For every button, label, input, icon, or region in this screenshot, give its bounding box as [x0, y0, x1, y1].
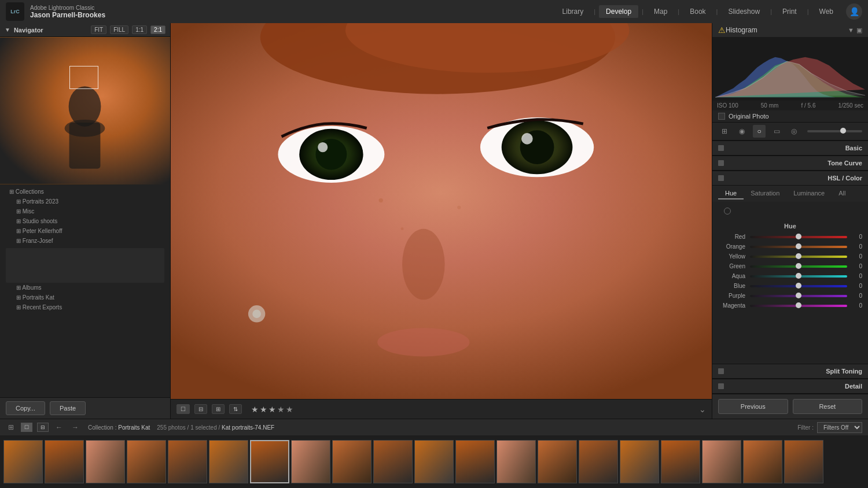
filter-dropdown[interactable]: Filters Off [817, 422, 862, 433]
sort-btn[interactable]: ⇅ [229, 404, 242, 414]
reset-button[interactable]: Reset [793, 399, 863, 414]
view-compare-btn[interactable]: ⊟ [194, 404, 207, 414]
circle-dot-icon[interactable]: ◎ [788, 125, 800, 138]
star-2[interactable]: ★ [260, 405, 267, 414]
hsl-section-header[interactable]: HSL / Color [712, 171, 868, 186]
expand-filmstrip-btn[interactable]: ⌄ [699, 405, 706, 414]
filmstrip-thumb[interactable] [496, 440, 536, 483]
user-avatar[interactable]: 👤 [846, 3, 862, 20]
collection-item[interactable]: ⊞ Portraits 2023 [0, 197, 170, 206]
orange-slider[interactable] [750, 246, 847, 248]
copy-button[interactable]: Copy... [6, 401, 45, 415]
star-3[interactable]: ★ [269, 405, 276, 414]
view-survey-btn[interactable]: ⊞ [212, 404, 225, 414]
orange-slider-thumb[interactable] [796, 243, 801, 249]
yellow-slider-thumb[interactable] [796, 253, 801, 259]
filmstrip-thumb[interactable] [86, 440, 125, 483]
hsl-targeted-adj-btn[interactable] [724, 208, 731, 215]
magenta-slider[interactable] [750, 305, 847, 307]
purple-slider[interactable] [750, 295, 847, 297]
star-5[interactable]: ★ [286, 405, 293, 414]
yellow-slider[interactable] [750, 256, 847, 258]
green-slider-thumb[interactable] [796, 263, 801, 269]
zoom-2-1-btn[interactable]: 2:1 [150, 25, 165, 34]
original-photo-checkbox[interactable] [718, 113, 725, 120]
view-single-btn[interactable]: ☐ [176, 404, 190, 414]
split-toning-section-header[interactable]: Split Toning [712, 364, 868, 379]
filmstrip-thumb-selected[interactable] [250, 440, 289, 483]
filmstrip-thumb[interactable] [661, 440, 700, 483]
filmstrip-thumb[interactable] [3, 440, 43, 483]
arrow-forward-icon[interactable]: → [69, 422, 81, 432]
histogram-clipping-icon[interactable]: ▣ [856, 27, 862, 34]
tone-curve-section-header[interactable]: Tone Curve [712, 156, 868, 171]
filmstrip-thumb[interactable] [414, 440, 454, 483]
red-slider[interactable] [750, 236, 847, 238]
tab-luminance[interactable]: Luminance [786, 188, 832, 199]
collection-item[interactable]: ⊞ Portraits Kat [0, 293, 170, 302]
filmstrip-thumb[interactable] [332, 440, 372, 483]
aqua-slider-thumb[interactable] [796, 273, 801, 279]
collection-item[interactable]: ⊞ Recent Exports [0, 302, 170, 312]
collection-item[interactable]: ⊞ Albums [0, 283, 170, 293]
arrow-back-icon[interactable]: ← [53, 422, 65, 432]
grid-icon[interactable]: ⊞ [6, 422, 16, 432]
blue-slider-thumb[interactable] [796, 283, 801, 289]
circle-tool-icon[interactable]: ◉ [735, 125, 748, 138]
view-grid-btn[interactable]: ⊟ [37, 423, 49, 432]
nav-web[interactable]: Web [812, 5, 840, 18]
view-loupe-btn[interactable]: ☐ [21, 423, 32, 432]
tab-all[interactable]: All [832, 188, 852, 199]
star-1[interactable]: ★ [251, 405, 259, 414]
nav-print[interactable]: Print [775, 5, 804, 18]
filmstrip-scroll[interactable] [0, 435, 868, 488]
nav-develop[interactable]: Develop [599, 5, 638, 18]
star-rating[interactable]: ★ ★ ★ ★ ★ [251, 405, 293, 414]
purple-slider-thumb[interactable] [796, 293, 801, 298]
star-4[interactable]: ★ [277, 405, 285, 414]
tool-slider[interactable] [807, 130, 862, 132]
aqua-slider[interactable] [750, 275, 847, 278]
filmstrip-thumb[interactable] [743, 440, 782, 483]
clipping-warning-icon[interactable]: ⚠ [718, 25, 726, 35]
histogram-menu-icon[interactable]: ▼ [848, 27, 854, 34]
blue-slider[interactable] [750, 285, 847, 287]
basic-section-header[interactable]: Basic [712, 141, 868, 156]
filmstrip-thumb[interactable] [45, 440, 84, 483]
green-slider[interactable] [750, 265, 847, 268]
nav-map[interactable]: Map [647, 5, 674, 18]
filmstrip-thumb[interactable] [127, 440, 166, 483]
navigator-preview[interactable] [0, 37, 170, 184]
tool-slider-thumb[interactable] [840, 128, 846, 134]
filmstrip-thumb[interactable] [538, 440, 577, 483]
filmstrip-thumb[interactable] [784, 440, 823, 483]
grid-overlay-icon[interactable]: ⊞ [718, 125, 731, 138]
navigator-toggle-arrow[interactable]: ▼ [5, 27, 10, 33]
nav-book[interactable]: Book [683, 5, 712, 18]
filmstrip-thumb[interactable] [291, 440, 330, 483]
filmstrip-thumb[interactable] [702, 440, 741, 483]
nav-slideshow[interactable]: Slideshow [721, 5, 767, 18]
tab-saturation[interactable]: Saturation [744, 188, 786, 199]
tab-hue[interactable]: Hue [718, 188, 744, 199]
magenta-slider-thumb[interactable] [796, 302, 801, 308]
detail-section-header[interactable]: Detail [712, 379, 868, 394]
collection-item[interactable]: ⊞ Franz-Josef [0, 236, 170, 246]
nav-library[interactable]: Library [556, 5, 591, 18]
collection-item[interactable]: ⊞ Collections [0, 187, 170, 197]
rect-tool-icon[interactable]: ▭ [770, 125, 783, 138]
photo-container[interactable] [171, 23, 712, 399]
paste-button[interactable]: Paste [50, 401, 86, 415]
filmstrip-thumb[interactable] [455, 440, 495, 483]
red-slider-thumb[interactable] [796, 234, 801, 239]
filmstrip-thumb[interactable] [579, 440, 618, 483]
navigator-zoom-rect[interactable] [69, 66, 98, 89]
zoom-fill-btn[interactable]: FILL [110, 25, 128, 34]
circle-outline-icon[interactable]: ○ [753, 125, 766, 138]
collection-item[interactable]: ⊞ Misc [0, 206, 170, 216]
zoom-1-1-btn[interactable]: 1:1 [132, 25, 147, 34]
filmstrip-thumb[interactable] [168, 440, 207, 483]
zoom-fit-btn[interactable]: FIT [91, 25, 106, 34]
filmstrip-thumb[interactable] [373, 440, 413, 483]
collection-item[interactable]: ⊞ Studio shoots [0, 216, 170, 226]
